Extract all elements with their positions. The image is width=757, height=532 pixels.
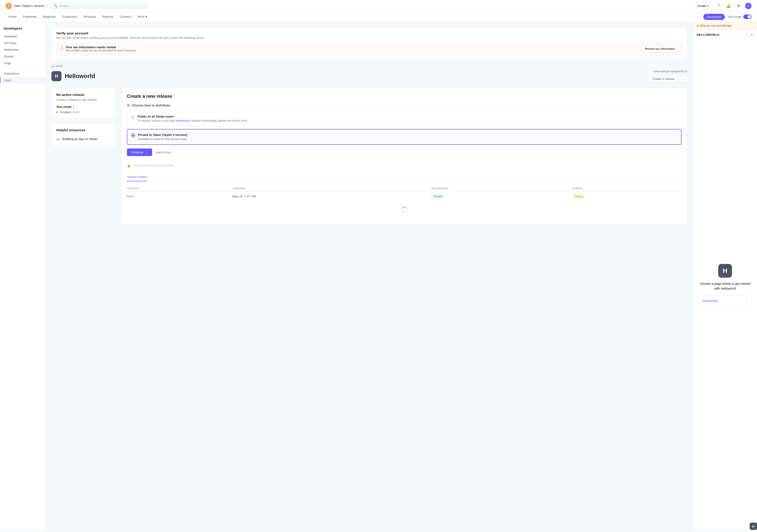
- panel-cta-text: Choose a page below to get started with …: [699, 281, 751, 291]
- sidebar-item-webhooks[interactable]: Webhooks: [0, 47, 45, 53]
- col-validation: VALIDATION: [431, 185, 572, 192]
- private-radio: [131, 133, 135, 138]
- sidebar-item-apps[interactable]: Apps: [0, 77, 45, 83]
- search-bar[interactable]: 🔍 Search...: [51, 3, 147, 9]
- distribute-header: ⚙ Choose how to distribute: [127, 104, 681, 107]
- nav-connect[interactable]: Connect: [117, 12, 134, 21]
- continue-button[interactable]: Continue →: [127, 148, 152, 156]
- building-app-link[interactable]: 📖 Building an App on Stripe ›: [56, 135, 111, 142]
- public-option-title: Public to all Stripe users: [138, 115, 248, 118]
- col-created: CREATED: [232, 185, 431, 192]
- nav-balances[interactable]: Balances: [40, 12, 59, 21]
- panel-body: H Choose a page below to get started wit…: [693, 40, 757, 530]
- app-name: Helloworld: [65, 73, 95, 79]
- no-release-title: No active release: [56, 93, 111, 97]
- nav-customers[interactable]: Customers: [60, 12, 80, 21]
- info-icon: ℹ: [73, 105, 74, 109]
- resources-card: Helpful resources 📖 Building an App on S…: [51, 123, 116, 147]
- breadcrumb-label: APPS: [55, 65, 63, 68]
- nav-right: Developers Test mode: [703, 14, 751, 20]
- private-option-title: Private to Tailor (Tayler's version): [138, 133, 187, 137]
- account-badge[interactable]: T Tailor (Tayler's version) ▾: [6, 3, 47, 9]
- nav-home[interactable]: Home: [6, 12, 19, 21]
- search-placeholder: Search...: [59, 4, 71, 8]
- arrow-right-icon: →: [145, 150, 148, 154]
- locked-row: 🔒: [127, 160, 681, 167]
- create-release-button[interactable]: Create a release: [649, 75, 678, 82]
- alert-item-title: Your tax information needs review: [66, 46, 136, 49]
- more-caret-icon: ▾: [145, 15, 147, 18]
- public-option-sub: To request access to our App Marketplace…: [138, 119, 248, 122]
- release-section: Create a new release ⚙ Choose how to dis…: [121, 88, 687, 224]
- sidebar-item-logs[interactable]: Logs: [0, 60, 45, 66]
- row-created: May 19, 7:07 PM: [232, 192, 431, 201]
- help-button[interactable]: ?: [715, 2, 722, 10]
- book-icon: 📖: [56, 137, 60, 141]
- actions-row: Continue → Learn more: [127, 148, 681, 156]
- version-history-section: Version history VERSION CREATED VALIDATI…: [127, 173, 681, 201]
- sidebar-item-extensions[interactable]: Extensions: [0, 70, 45, 77]
- sidebar-item-overview[interactable]: Overview: [0, 33, 45, 40]
- nav-payments[interactable]: Payments: [20, 12, 40, 21]
- breadcrumb: ◫ APPS: [51, 65, 687, 68]
- public-option-card[interactable]: ⊘ Public to all Stripe users To request …: [127, 111, 681, 126]
- sidebar: Developers Overview API keys Webhooks Ev…: [0, 22, 46, 530]
- developers-button[interactable]: Developers: [703, 14, 725, 20]
- top-bar: T Tailor (Tayler's version) ▾ 🔍 Search..…: [0, 0, 757, 12]
- status-badge: Testing: [572, 194, 585, 199]
- learn-more-link[interactable]: Learn more: [155, 150, 171, 154]
- installed-label: Installed: [60, 110, 71, 114]
- test-mode-toggle[interactable]: [743, 15, 751, 19]
- panel-header: HELLOWORLD ··· ✕: [693, 30, 757, 40]
- app-icon: H: [51, 71, 62, 81]
- panel-customers-link[interactable]: Customers ›: [699, 296, 751, 306]
- no-release-card: No active release Create a release to ge…: [51, 88, 116, 119]
- panel-title: HELLOWORLD: [697, 33, 720, 37]
- nav-reports[interactable]: Reports: [100, 12, 116, 21]
- panel-controls: ··· ✕: [745, 33, 753, 37]
- search-icon: 🔍: [54, 4, 58, 8]
- panel-warning: Only you can see this app: [693, 22, 757, 30]
- copy-icon[interactable]: ⧉: [685, 70, 687, 73]
- panel-options-icon[interactable]: ···: [745, 33, 748, 37]
- more-actions-button[interactable]: ···: [680, 75, 687, 82]
- status-dot: [56, 111, 58, 113]
- this-form-link[interactable]: this form: [236, 119, 247, 122]
- version-history-tab[interactable]: Version history: [127, 173, 147, 181]
- account-name: Tailor (Tayler's version): [14, 4, 44, 8]
- panel-app-icon: H: [718, 264, 732, 278]
- test-mode-toggle-container: Test mode: [728, 15, 751, 19]
- loading-spinner: [401, 206, 408, 213]
- nav-more[interactable]: More ▾: [135, 12, 150, 21]
- app-id: com.example.taytayworld ⧉: [653, 70, 687, 73]
- app-actions: Create a release ···: [649, 75, 687, 82]
- create-caret-icon: ▾: [708, 5, 709, 7]
- alert-title: Verify your account: [56, 31, 682, 35]
- app-header: H Helloworld com.example.taytayworld ⧉ C…: [51, 70, 687, 82]
- app-marketplace-link[interactable]: App Marketplace: [169, 119, 191, 122]
- user-avatar[interactable]: U: [745, 3, 751, 9]
- version-table: VERSION CREATED VALIDATION STATUS 0.0.1 …: [127, 185, 681, 201]
- account-avatar: T: [6, 3, 12, 9]
- table-row: 0.0.1 May 19, 7:07 PM Passed Testing: [127, 192, 681, 201]
- release-title: Create a new release: [127, 94, 681, 99]
- private-option-content: Private to Tailor (Tayler's version) Ava…: [138, 133, 187, 141]
- sidebar-item-api-keys[interactable]: API keys: [0, 40, 45, 47]
- panel-close-icon[interactable]: ✕: [750, 33, 753, 37]
- app-header-right: com.example.taytayworld ⧉ Create a relea…: [649, 70, 687, 82]
- test-mode-section-title: Test mode: [56, 105, 72, 109]
- blurred-content: [133, 165, 174, 166]
- private-option-sub: Available to users on this account only.: [138, 138, 187, 141]
- row-validation: Passed: [431, 192, 572, 201]
- create-button[interactable]: Create ▾: [694, 3, 712, 9]
- right-panel: Only you can see this app HELLOWORLD ···…: [693, 22, 757, 530]
- review-tax-button[interactable]: Review tax information: [642, 45, 679, 52]
- sidebar-item-events[interactable]: Events: [0, 53, 45, 60]
- content-area: Verify your account We ran into some iss…: [46, 22, 693, 530]
- settings-button[interactable]: ⚙: [735, 2, 742, 10]
- alert-banner: Verify your account We ran into some iss…: [51, 27, 687, 59]
- notifications-button[interactable]: 🔔: [725, 2, 732, 10]
- private-option-card[interactable]: Private to Tailor (Tayler's version) Ava…: [127, 129, 681, 145]
- nav-products[interactable]: Products: [81, 12, 99, 21]
- panel-floating-app-icon[interactable]: H: [750, 522, 757, 530]
